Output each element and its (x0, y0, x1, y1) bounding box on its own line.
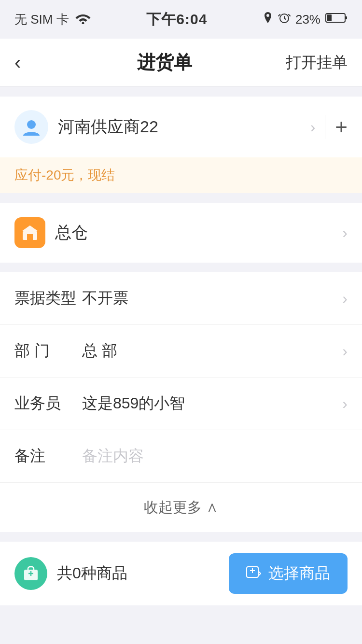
status-time: 下午6:04 (146, 10, 207, 29)
chevron-right-icon: › (342, 395, 348, 413)
form-section: 票据类型 不开票 › 部 门 总 部 › 业务员 这是859的小智 › 备注 备… (0, 272, 362, 532)
open-pending-button[interactable]: 打开挂单 (286, 52, 348, 73)
svg-point-5 (27, 120, 36, 129)
avatar (14, 110, 48, 144)
chevron-right-icon: › (342, 290, 348, 308)
status-left: 无 SIM 卡 (14, 11, 91, 28)
salesperson-label: 业务员 (14, 393, 82, 414)
svg-marker-7 (22, 225, 38, 231)
chevron-right-icon: › (310, 118, 316, 136)
supplier-name: 河南供应商22 (58, 116, 310, 138)
section-gap-1 (0, 87, 362, 97)
warehouse-row[interactable]: 总仓 › (0, 203, 362, 263)
select-product-icon (246, 564, 263, 583)
salesperson-row[interactable]: 业务员 这是859的小智 › (0, 378, 362, 430)
nav-bar: ‹ 进货单 打开挂单 (0, 39, 362, 87)
battery-icon (325, 12, 348, 27)
svg-point-0 (82, 22, 84, 24)
salesperson-value: 这是859的小智 (82, 393, 342, 414)
remark-input[interactable]: 备注内容 (82, 446, 348, 467)
department-row[interactable]: 部 门 总 部 › (0, 325, 362, 378)
collapse-row[interactable]: 收起更多 ∧ (0, 483, 362, 532)
svg-rect-3 (345, 16, 347, 19)
invoice-type-label: 票据类型 (14, 288, 82, 309)
notice-text: 应付-20元，现结 (14, 168, 115, 182)
invoice-type-value: 不开票 (82, 288, 342, 309)
warehouse-icon (14, 217, 45, 248)
carrier-text: 无 SIM 卡 (14, 11, 69, 28)
wifi-icon (75, 12, 91, 28)
location-icon (263, 12, 273, 28)
supplier-card: 河南供应商22 › + 应付-20元，现结 (0, 97, 362, 193)
supplier-row[interactable]: 河南供应商22 › + (0, 97, 362, 157)
page-title: 进货单 (43, 50, 286, 75)
chevron-right-icon: › (342, 342, 348, 360)
product-count: 共0种商品 (57, 563, 219, 584)
notice-bar: 应付-20元，现结 (0, 157, 362, 193)
warehouse-name: 总仓 (55, 222, 342, 244)
add-button[interactable]: + (325, 115, 348, 139)
invoice-type-row[interactable]: 票据类型 不开票 › (0, 272, 362, 325)
remark-label: 备注 (14, 446, 82, 467)
battery-percent: 23% (295, 12, 320, 27)
department-label: 部 门 (14, 340, 82, 362)
product-icon (14, 557, 47, 590)
remark-row[interactable]: 备注 备注内容 (0, 430, 362, 483)
product-bar: 共0种商品 选择商品 (0, 542, 362, 605)
select-product-button[interactable]: 选择商品 (229, 553, 348, 594)
svg-rect-8 (27, 234, 33, 240)
chevron-right-icon: › (342, 224, 348, 242)
status-right: 23% (263, 12, 348, 28)
status-bar: 无 SIM 卡 下午6:04 23% (0, 0, 362, 39)
select-product-label: 选择商品 (268, 563, 330, 584)
collapse-label: 收起更多 ∧ (144, 498, 218, 518)
svg-rect-4 (327, 14, 332, 21)
department-value: 总 部 (82, 340, 342, 362)
alarm-icon (278, 12, 291, 28)
back-button[interactable]: ‹ (14, 52, 43, 73)
